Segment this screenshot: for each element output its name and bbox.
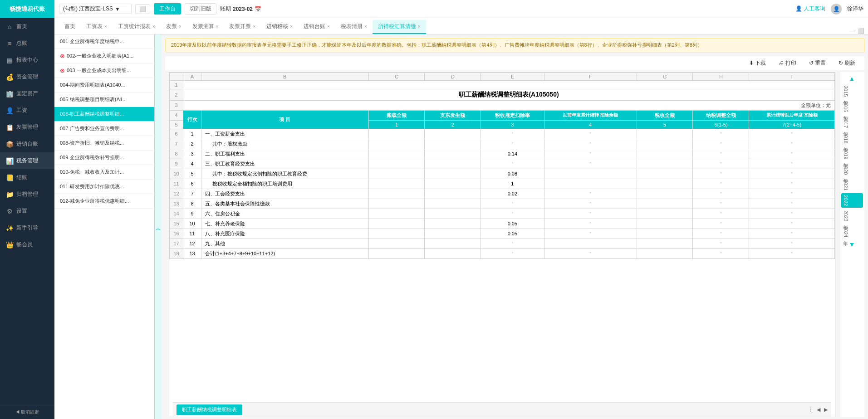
- year-scroll-down[interactable]: ▼: [848, 240, 856, 249]
- year-2019[interactable]: 2019年: [841, 146, 863, 161]
- sidebar-item-closing[interactable]: 📒 结账: [0, 169, 54, 186]
- calendar-icon[interactable]: 📅: [255, 6, 261, 12]
- tab-close[interactable]: ×: [364, 24, 367, 29]
- data-cell[interactable]: [637, 239, 693, 248]
- data-cell[interactable]: [637, 209, 693, 219]
- year-2020[interactable]: 2020年: [841, 162, 863, 176]
- workbench-button[interactable]: 工作台: [154, 3, 181, 15]
- data-cell[interactable]: [368, 219, 425, 229]
- left-panel-item-011[interactable]: 011-研发费用加计扣除优惠...: [54, 180, 154, 194]
- year-2017[interactable]: 2017年: [841, 115, 863, 130]
- data-cell[interactable]: [637, 179, 693, 189]
- data-cell[interactable]: [368, 229, 425, 239]
- left-panel-item-006[interactable]: 006-职工薪酬纳税调整明细...: [54, 107, 154, 122]
- data-cell[interactable]: [637, 199, 693, 209]
- data-cell[interactable]: [425, 239, 481, 248]
- sidebar-item-reports[interactable]: ▤ 报表中心: [0, 52, 54, 68]
- left-panel-item-008[interactable]: 008-资产折旧、摊销及纳税...: [54, 136, 154, 151]
- data-cell[interactable]: [544, 239, 637, 248]
- tab-close[interactable]: ×: [418, 24, 421, 29]
- data-cell[interactable]: [637, 219, 693, 229]
- tab-close[interactable]: ×: [327, 24, 330, 29]
- tab-minimize-icon[interactable]: —: [849, 28, 855, 34]
- spreadsheet[interactable]: A B C D E F G H I: [169, 73, 835, 402]
- sidebar-item-payroll[interactable]: 👤 工资: [0, 102, 54, 119]
- sidebar-item-vip[interactable]: 👑 畅会员: [0, 236, 54, 253]
- tab-home[interactable]: 首页: [59, 20, 81, 34]
- tab-close[interactable]: ×: [216, 24, 219, 29]
- tab-inout-ledger[interactable]: 进销台账 ×: [298, 20, 335, 34]
- sidebar-item-archive[interactable]: 📁 归档管理: [0, 186, 54, 203]
- tab-tax-book[interactable]: 税表清册 ×: [335, 20, 373, 34]
- collapse-panel-button[interactable]: 《: [154, 34, 162, 419]
- left-panel-item-010[interactable]: 010-免税、减收收入及加计...: [54, 165, 154, 180]
- data-cell[interactable]: [368, 239, 425, 248]
- year-2023[interactable]: 2023年: [841, 209, 863, 223]
- data-cell[interactable]: [637, 189, 693, 199]
- year-2018[interactable]: 2018年: [841, 131, 863, 145]
- tab-close[interactable]: ×: [253, 24, 255, 29]
- data-cell[interactable]: [425, 199, 481, 209]
- reset-button[interactable]: ↺ 重置: [805, 58, 829, 68]
- left-panel-item-003[interactable]: ⊗ 003-一般企业成本支出明细...: [54, 63, 154, 78]
- year-2015[interactable]: 2015年: [841, 84, 863, 98]
- data-cell[interactable]: [425, 189, 481, 199]
- sidebar-item-finance[interactable]: 💰 资金管理: [0, 68, 54, 85]
- data-cell[interactable]: [425, 159, 481, 169]
- data-cell[interactable]: [544, 179, 637, 189]
- data-cell[interactable]: [425, 209, 481, 219]
- sidebar-item-settings[interactable]: ⚙ 设置: [0, 203, 54, 219]
- data-cell[interactable]: [368, 159, 425, 169]
- more-dots-icon[interactable]: ⋮: [808, 407, 813, 413]
- data-cell[interactable]: [544, 169, 637, 179]
- data-cell[interactable]: [637, 129, 693, 139]
- left-panel-item-002[interactable]: ⊗ 002-一般企业收入明细表(A1...: [54, 49, 154, 63]
- sidebar-item-ledger[interactable]: ≡ 总账: [0, 35, 54, 52]
- tab-close[interactable]: ×: [179, 24, 181, 29]
- left-panel-item-009[interactable]: 009-企业所得税弥补亏损明...: [54, 151, 154, 165]
- data-cell[interactable]: [637, 248, 693, 258]
- sidebar-footer-unpin[interactable]: ◀ 取消固定: [0, 405, 54, 419]
- tab-invoice[interactable]: 发票 ×: [161, 20, 187, 34]
- data-cell[interactable]: [368, 169, 425, 179]
- sidebar-item-assets[interactable]: 🏢 固定资产: [0, 85, 54, 102]
- data-cell[interactable]: [368, 189, 425, 199]
- left-panel-item-004[interactable]: 004-期间费用明细表(A1040...: [54, 78, 154, 93]
- refresh-button[interactable]: ↻ 刷新: [835, 58, 859, 68]
- tab-inout-check[interactable]: 进销稽核 ×: [261, 20, 298, 34]
- tab-invoice-open[interactable]: 发票开票 ×: [224, 20, 261, 34]
- data-cell[interactable]: [368, 248, 425, 258]
- sheet-tab[interactable]: 职工薪酬纳税调整明细表: [177, 404, 242, 415]
- year-scroll-up[interactable]: ▲: [848, 74, 856, 83]
- data-cell[interactable]: [368, 209, 425, 219]
- tab-close[interactable]: ×: [152, 24, 155, 29]
- tab-income-tax[interactable]: 所得税汇算清缴 ×: [373, 20, 426, 34]
- data-cell[interactable]: [425, 219, 481, 229]
- sidebar-item-invoices[interactable]: 📋 发票管理: [0, 119, 54, 136]
- data-cell[interactable]: [368, 179, 425, 189]
- year-2024[interactable]: 2024年: [841, 224, 863, 239]
- data-cell[interactable]: [368, 129, 425, 139]
- data-cell[interactable]: [368, 139, 425, 149]
- tab-close[interactable]: ×: [104, 24, 107, 29]
- left-panel-item-007[interactable]: 007-广告费和业务宣传费明...: [54, 122, 154, 136]
- print-button[interactable]: 🖨 打印: [775, 58, 800, 68]
- scroll-right-icon[interactable]: ▶: [824, 407, 828, 413]
- tab-maximize-icon[interactable]: ⬜: [858, 28, 864, 34]
- sidebar-item-guide[interactable]: ✨ 新手引导: [0, 219, 54, 236]
- company-selector[interactable]: (勾型) 江西股宝-LSS ▼: [59, 4, 132, 14]
- data-cell[interactable]: [368, 199, 425, 209]
- year-2016[interactable]: 2016年: [841, 99, 863, 114]
- service-link[interactable]: 👤 人工客询: [795, 5, 825, 13]
- data-cell[interactable]: [637, 139, 693, 149]
- left-panel-item-005[interactable]: 005-纳税调整项目明细表(A1...: [54, 93, 154, 107]
- sidebar-item-stock[interactable]: 📦 进销台账: [0, 136, 54, 152]
- scroll-left-icon[interactable]: ◀: [817, 407, 820, 413]
- data-cell[interactable]: [425, 229, 481, 239]
- left-panel-item-012[interactable]: 012-减免企业所得税优惠明细...: [54, 194, 154, 209]
- download-button[interactable]: ⬇ 下载: [745, 58, 770, 68]
- tab-payroll-stats[interactable]: 工资统计报表 ×: [113, 20, 161, 34]
- data-cell[interactable]: [425, 129, 481, 139]
- data-cell[interactable]: [637, 229, 693, 239]
- sidebar-item-home[interactable]: ⌂ 首页: [0, 18, 54, 35]
